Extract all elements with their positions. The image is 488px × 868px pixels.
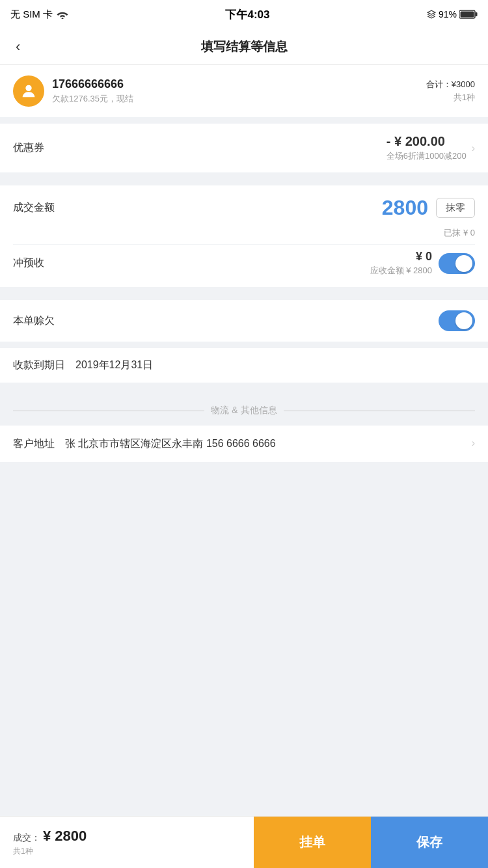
battery-icon [459,10,478,19]
section-gap-2 [0,293,488,300]
debt-label: 本单赊欠 [13,314,55,328]
debt-toggle[interactable] [439,310,475,331]
amount-sub: 已抹 ¥ 0 [444,228,475,237]
coupon-label: 优惠券 [13,141,44,155]
total-label: 合计：¥3000 [426,79,475,90]
logistics-text: 物流 & 其他信息 [211,405,277,416]
coupon-discount: - ¥ 200.00 [386,134,467,149]
save-button[interactable]: 保存 [371,817,488,868]
coupon-value-group: - ¥ 200.00 全场6折满1000减200 [386,134,467,162]
address-value: 张 北京市市辖区海淀区永丰南 156 6666 6666 [65,436,465,452]
status-time: 下午4:03 [225,7,269,22]
battery-percent: 91% [439,9,457,20]
wifi-icon [57,10,68,19]
status-right: 91% [427,9,478,20]
status-bar: 无 SIM 卡 下午4:03 91% [0,0,488,29]
address-label: 客户地址 [13,437,59,451]
deal-amount: ¥ 2800 [43,828,87,844]
prepay-label: 冲预收 [13,256,44,270]
amount-row: 成交金额 2800 抹零 [13,196,475,220]
customer-owe: 欠款1276.35元，现结 [52,93,133,105]
coupon-chevron-icon: › [472,142,475,154]
sim-text: 无 SIM 卡 [10,8,53,21]
nav-bar: ‹ 填写结算等信息 [0,29,488,65]
coupon-desc: 全场6折满1000减200 [386,150,467,162]
logistics-line-left [13,411,204,411]
page-title: 填写结算等信息 [201,38,288,55]
prepay-amount: ¥ 0 [370,250,432,264]
section-gap-1 [0,179,488,185]
deal-label: 成交： [13,832,40,843]
address-chevron-icon: › [472,437,475,449]
amount-divider [13,244,475,245]
prepay-toggle[interactable] [439,253,475,274]
bottom-summary: 成交：¥ 2800 共1种 [0,828,254,857]
prepay-value-group: ¥ 0 应收金额 ¥ 2800 [370,250,432,277]
prepay-receivable: 应收金额 ¥ 2800 [370,265,432,277]
customer-left: 17666666666 欠款1276.35元，现结 [13,75,133,107]
due-date-section: 收款到期日 2019年12月31日 [0,348,488,383]
prepay-row: 冲预收 ¥ 0 应收金额 ¥ 2800 [13,250,475,277]
svg-rect-2 [475,12,477,16]
customer-right: 合计：¥3000 共1种 [426,79,475,103]
hang-button[interactable]: 挂单 [254,817,371,868]
amount-value-group: 2800 抹零 [382,196,475,220]
due-date-value: 2019年12月31日 [75,359,153,372]
avatar-icon [20,82,38,100]
bottom-actions: 挂单 保存 [254,817,488,868]
due-date-label: 收款到期日 [13,359,65,372]
total-count: 共1种 [426,92,475,103]
amount-label: 成交金额 [13,201,55,215]
coupon-right: - ¥ 200.00 全场6折满1000减200 › [386,134,475,162]
amount-section: 成交金额 2800 抹零 已抹 ¥ 0 冲预收 ¥ 0 应收金额 ¥ 2800 [0,185,488,287]
bottom-bar: 成交：¥ 2800 共1种 挂单 保存 [0,816,488,868]
location-icon [427,10,436,19]
coupon-row[interactable]: 优惠券 - ¥ 200.00 全场6折满1000减200 › [0,124,488,172]
svg-point-0 [62,18,64,19]
status-left: 无 SIM 卡 [10,8,68,21]
amount-value: 2800 [382,196,428,220]
back-button[interactable]: ‹ [10,33,25,61]
customer-card: 17666666666 欠款1276.35元，现结 合计：¥3000 共1种 [0,65,488,117]
section-gap-3 [0,389,488,396]
svg-rect-3 [460,12,474,18]
spacer-block [0,468,488,508]
avatar [13,75,44,107]
bottom-count: 共1种 [13,846,241,857]
customer-phone: 17666666666 [52,77,133,91]
debt-section: 本单赊欠 [0,300,488,342]
customer-info: 17666666666 欠款1276.35元，现结 [52,77,133,105]
address-section[interactable]: 客户地址 张 北京市市辖区海淀区永丰南 156 6666 6666 › [0,426,488,462]
prepay-right: ¥ 0 应收金额 ¥ 2800 [370,250,475,277]
bottom-deal: 成交：¥ 2800 [13,828,241,845]
svg-point-4 [25,85,31,91]
logistics-section: 物流 & 其他信息 [0,396,488,426]
round-button[interactable]: 抹零 [436,198,475,218]
logistics-line-right [284,411,475,411]
content: 17666666666 欠款1276.35元，现结 合计：¥3000 共1种 优… [0,65,488,566]
